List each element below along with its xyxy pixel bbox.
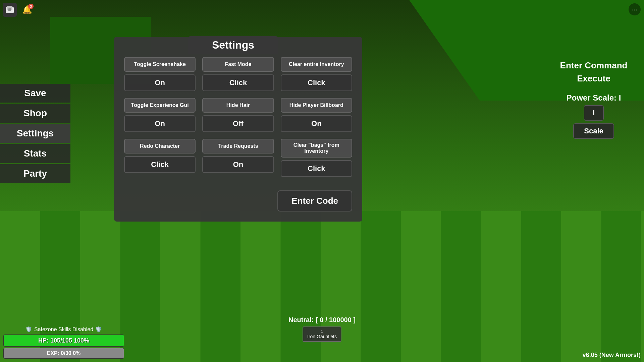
setting-cell-toggle-exp: Toggle Experience Gui On	[124, 98, 196, 132]
toggle-screenshake-label: Toggle Screenshake	[124, 57, 196, 72]
scale-button[interactable]: Scale	[573, 123, 614, 139]
exp-bar: EXP: 0/30 0%	[3, 348, 124, 359]
execute-button[interactable]: Execute	[577, 73, 610, 84]
inventory-item[interactable]: 1 Iron Gauntlets	[303, 326, 341, 342]
menu-item-save[interactable]: Save	[0, 84, 70, 103]
version-text: v6.05 (New Armors!)	[583, 352, 641, 359]
enter-command-label: Enter Command	[560, 60, 628, 71]
trade-requests-button[interactable]: On	[202, 156, 274, 173]
clear-bags-label: Clear "bags" from Inventory	[281, 139, 352, 158]
bottom-hud: 🛡️ Safezone Skills Disabled 🛡️ HP: 105/1…	[3, 326, 124, 359]
setting-cell-hide-billboard: Hide Player Billboard On	[281, 98, 352, 132]
hp-bar: HP: 105/105 100%	[3, 335, 124, 347]
neutral-text: Neutral: [ 0 / 100000 ]	[288, 316, 356, 324]
safezone-text: 🛡️ Safezone Skills Disabled 🛡️	[3, 326, 124, 333]
setting-cell-toggle-screenshake: Toggle Screenshake On	[124, 57, 196, 91]
settings-grid: Toggle Screenshake On Fast Mode Click Cl…	[124, 57, 352, 177]
settings-title: Settings	[212, 39, 254, 51]
trade-requests-label: Trade Requests	[202, 139, 274, 154]
item-name: Iron Gauntlets	[307, 334, 337, 339]
toggle-screenshake-button[interactable]: On	[124, 74, 196, 91]
setting-cell-redo-character: Redo Character Click	[124, 139, 196, 177]
roblox-icon[interactable]	[3, 3, 17, 17]
bottom-center-hud: Neutral: [ 0 / 100000 ] 1 Iron Gauntlets	[288, 316, 356, 342]
hide-hair-label: Hide Hair	[202, 98, 274, 113]
enter-code-button[interactable]: Enter Code	[277, 190, 352, 212]
hide-player-billboard-button[interactable]: On	[281, 115, 352, 132]
right-panel: Enter Command Execute Power Scale: I Sca…	[547, 60, 641, 139]
fast-mode-label: Fast Mode	[202, 57, 274, 72]
notification-icon[interactable]: 🔔 3	[20, 3, 34, 17]
menu-item-stats[interactable]: Stats	[0, 144, 70, 163]
safezone-label: Safezone Skills Disabled	[34, 326, 93, 333]
settings-panel: Toggle Screenshake On Fast Mode Click Cl…	[114, 37, 362, 222]
hide-hair-button[interactable]: Off	[202, 115, 274, 132]
settings-title-bar: Settings	[188, 36, 278, 54]
setting-cell-clear-inventory: Clear entire Inventory Click	[281, 57, 352, 91]
power-scale-label: Power Scale: I	[567, 93, 621, 103]
svg-rect-2	[8, 8, 11, 11]
menu-item-party[interactable]: Party	[0, 164, 70, 183]
menu-item-settings[interactable]: Settings	[0, 124, 70, 143]
shield-icon-right: 🛡️	[95, 326, 102, 333]
clear-bags-button[interactable]: Click	[281, 160, 352, 177]
toggle-exp-gui-button[interactable]: On	[124, 115, 196, 132]
fast-mode-button[interactable]: Click	[202, 74, 274, 91]
exp-text: EXP: 0/30 0%	[47, 350, 81, 356]
redo-character-label: Redo Character	[124, 139, 196, 154]
setting-cell-clear-bags: Clear "bags" from Inventory Click	[281, 139, 352, 177]
menu-item-shop[interactable]: Shop	[0, 104, 70, 123]
shield-icon: 🛡️	[25, 326, 32, 333]
notification-badge: 3	[28, 4, 34, 9]
clear-inventory-button[interactable]: Click	[281, 74, 352, 91]
left-menu: Save Shop Settings Stats Party	[0, 84, 70, 183]
bell-icon: 🔔 3	[22, 5, 32, 14]
hide-player-billboard-label: Hide Player Billboard	[281, 98, 352, 113]
hp-text: HP: 105/105 100%	[38, 337, 89, 344]
setting-cell-hide-hair: Hide Hair Off	[202, 98, 274, 132]
scale-value-input[interactable]	[584, 105, 604, 121]
menu-dots-button[interactable]: ···	[629, 3, 641, 15]
item-count: 1	[307, 329, 337, 334]
clear-inventory-label: Clear entire Inventory	[281, 57, 352, 72]
setting-cell-trade-requests: Trade Requests On	[202, 139, 274, 177]
redo-character-button[interactable]: Click	[124, 156, 196, 173]
setting-cell-fast-mode: Fast Mode Click	[202, 57, 274, 91]
toggle-exp-gui-label: Toggle Experience Gui	[124, 98, 196, 113]
